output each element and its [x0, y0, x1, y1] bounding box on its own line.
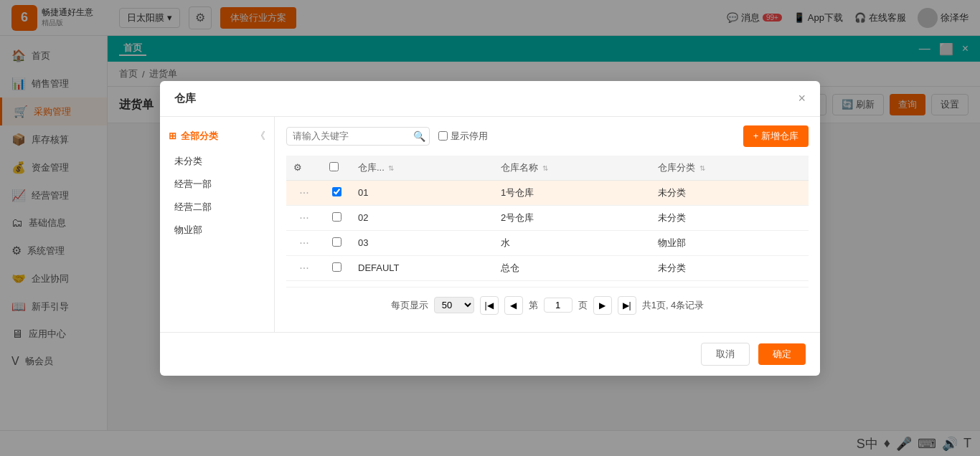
table-row: ··· 03 水 物业部: [286, 230, 809, 255]
toolbar-left: 🔍 显示停用: [286, 127, 488, 146]
col-header-name: 仓库名称 ⇅: [494, 156, 651, 181]
row-category-cell: 未分类: [651, 205, 809, 230]
table-toolbar: 🔍 显示停用 + 新增仓库: [286, 125, 809, 147]
row-more-dots[interactable]: ···: [299, 237, 308, 249]
row-name-cell: 总仓: [494, 255, 651, 280]
row-gear-cell: ···: [286, 255, 322, 280]
row-name-cell: 1号仓库: [494, 180, 651, 205]
row-category-cell: 未分类: [651, 255, 809, 280]
first-page-button[interactable]: |◀: [480, 296, 499, 315]
sort-icon-code: ⇅: [388, 164, 394, 172]
table-row: ··· 01 1号仓库 未分类: [286, 180, 809, 205]
category-item-unclassified[interactable]: 未分类: [160, 150, 274, 173]
row-gear-cell: ···: [286, 230, 322, 255]
prev-page-button[interactable]: ◀: [504, 296, 523, 315]
row-name-cell: 水: [494, 230, 651, 255]
row-checkbox[interactable]: [332, 237, 341, 247]
row-gear-cell: ···: [286, 205, 322, 230]
row-check-cell: [322, 230, 351, 255]
per-page-select[interactable]: 50 20 100: [434, 297, 474, 313]
page-unit: 页: [578, 299, 588, 312]
pagination: 每页显示 50 20 100 |◀ ◀ 第 页 ▶ ▶| 共1页, 4条记录: [286, 287, 809, 323]
cancel-button[interactable]: 取消: [701, 343, 750, 366]
table-body: ··· 01 1号仓库 未分类 ··· 02 2号仓库 未分类 ···: [286, 180, 809, 280]
search-box: 🔍: [286, 127, 430, 146]
per-page-label: 每页显示: [391, 299, 428, 312]
row-category-cell: 物业部: [651, 230, 809, 255]
row-gear-cell: ···: [286, 180, 322, 205]
confirm-button[interactable]: 确定: [758, 343, 806, 365]
row-check-cell: [322, 255, 351, 280]
table-panel: 🔍 显示停用 + 新增仓库 ⚙: [275, 117, 820, 332]
row-name-cell: 2号仓库: [494, 205, 651, 230]
warehouse-dialog: 仓库 × ⊞ 全部分类 《 未分类 经营一部 经营二部 物业部: [160, 81, 820, 376]
row-checkbox[interactable]: [332, 262, 341, 272]
dialog-close-button[interactable]: ×: [798, 91, 806, 106]
sort-icon-name: ⇅: [542, 164, 548, 172]
show-disabled-label[interactable]: 显示停用: [438, 130, 488, 143]
sort-icon-category: ⇅: [699, 164, 705, 172]
next-page-button[interactable]: ▶: [593, 296, 612, 315]
category-all-label: 全部分类: [181, 130, 218, 143]
dialog-title: 仓库: [174, 92, 196, 105]
row-more-dots[interactable]: ···: [299, 262, 308, 274]
col-header-code: 仓库... ⇅: [351, 156, 494, 181]
modal-overlay: 仓库 × ⊞ 全部分类 《 未分类 经营一部 经营二部 物业部: [0, 0, 980, 456]
col-header-category: 仓库分类 ⇅: [651, 156, 809, 181]
page-input[interactable]: [544, 298, 573, 313]
add-warehouse-button[interactable]: + 新增仓库: [743, 125, 809, 147]
row-code-cell: 01: [351, 180, 494, 205]
row-check-cell: [322, 205, 351, 230]
row-checkbox[interactable]: [332, 212, 341, 222]
row-check-cell: [322, 180, 351, 205]
page-label: 第: [529, 299, 538, 312]
select-all-checkbox[interactable]: [329, 162, 339, 171]
row-more-dots[interactable]: ···: [299, 186, 308, 199]
category-panel: ⊞ 全部分类 《 未分类 经营一部 经营二部 物业部: [160, 117, 275, 332]
row-code-cell: DEFAULT: [351, 255, 494, 280]
category-item-dept2[interactable]: 经营二部: [160, 196, 274, 219]
search-input[interactable]: [293, 130, 413, 141]
show-disabled-text: 显示停用: [451, 130, 488, 143]
table-row: ··· 02 2号仓库 未分类: [286, 205, 809, 230]
gear-col-icon: ⚙: [293, 162, 302, 173]
dialog-header: 仓库 ×: [160, 81, 820, 117]
row-code-cell: 02: [351, 205, 494, 230]
dialog-body: ⊞ 全部分类 《 未分类 经营一部 经营二部 物业部 🔍: [160, 117, 820, 332]
category-item-dept1[interactable]: 经营一部: [160, 173, 274, 196]
table-header-row: ⚙ 仓库... ⇅ 仓库名称 ⇅: [286, 156, 809, 181]
col-header-check: [322, 156, 351, 181]
category-header: ⊞ 全部分类 《: [160, 125, 274, 150]
row-code-cell: 03: [351, 230, 494, 255]
row-category-cell: 未分类: [651, 180, 809, 205]
dialog-footer: 取消 确定: [160, 332, 820, 376]
search-icon: 🔍: [413, 130, 425, 142]
category-all[interactable]: ⊞ 全部分类: [169, 130, 218, 143]
warehouse-table: ⚙ 仓库... ⇅ 仓库名称 ⇅: [286, 156, 809, 281]
col-header-gear: ⚙: [286, 156, 322, 181]
row-more-dots[interactable]: ···: [299, 212, 308, 224]
category-item-property[interactable]: 物业部: [160, 219, 274, 242]
row-checkbox[interactable]: [332, 187, 341, 196]
collapse-button[interactable]: 《: [255, 130, 265, 143]
total-label: 共1页, 4条记录: [642, 299, 705, 312]
grid-icon: ⊞: [169, 130, 176, 141]
show-disabled-checkbox[interactable]: [438, 131, 448, 141]
table-row: ··· DEFAULT 总仓 未分类: [286, 255, 809, 280]
last-page-button[interactable]: ▶|: [618, 296, 636, 315]
